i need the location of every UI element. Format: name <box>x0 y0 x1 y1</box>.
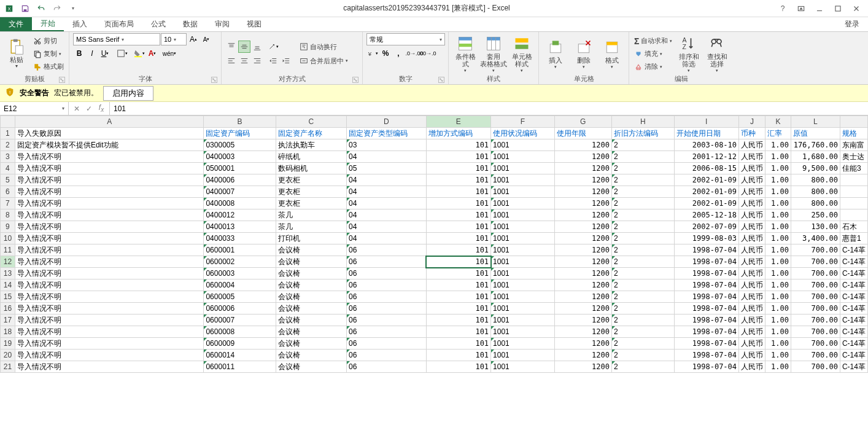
cell[interactable]: 04 <box>347 151 427 163</box>
header-cell[interactable]: 导入失败原因 <box>15 128 204 139</box>
cell[interactable]: 2006-08-15 <box>674 163 739 174</box>
tab-file[interactable]: 文件 <box>0 17 32 31</box>
cell[interactable]: 700.00 <box>791 244 840 256</box>
cell[interactable]: 人民币 <box>739 326 765 338</box>
cell[interactable]: 1200 <box>554 174 611 186</box>
cell[interactable]: 1001 <box>491 233 555 244</box>
login-link[interactable]: 登录 <box>836 17 868 31</box>
cell[interactable]: 1.00 <box>765 279 791 291</box>
cell[interactable]: 101 <box>426 233 491 244</box>
tab-review[interactable]: 审阅 <box>206 17 238 31</box>
cell[interactable]: 2 <box>611 139 674 151</box>
border-button[interactable]: ▾ <box>116 47 128 60</box>
tab-data[interactable]: 数据 <box>174 17 206 31</box>
cell[interactable]: C-14革 <box>840 315 867 326</box>
cell[interactable]: 2002-01-09 <box>674 198 739 209</box>
cell[interactable]: 更衣柜 <box>276 174 346 186</box>
cell[interactable]: 1200 <box>554 315 611 326</box>
cell[interactable]: 导入情况不明 <box>15 291 204 303</box>
cell[interactable]: 101 <box>426 326 491 338</box>
header-cell[interactable]: 开始使用日期 <box>674 128 739 139</box>
cell[interactable]: 0600005 <box>204 291 276 303</box>
cell[interactable]: 700.00 <box>791 350 840 361</box>
cell[interactable]: 1200 <box>554 221 611 233</box>
cell[interactable]: 1998-07-04 <box>674 291 739 303</box>
italic-button[interactable]: I <box>86 47 98 60</box>
cell[interactable]: 导入情况不明 <box>15 350 204 361</box>
tab-home[interactable]: 开始 <box>32 17 64 31</box>
increase-indent-icon[interactable] <box>280 55 292 67</box>
row-header[interactable]: 6 <box>1 186 15 198</box>
header-cell[interactable]: 固定资产编码 <box>204 128 276 139</box>
cell[interactable]: 0600008 <box>204 326 276 338</box>
row-header[interactable]: 10 <box>1 233 15 244</box>
col-header[interactable]: D <box>347 116 427 128</box>
align-middle-icon[interactable] <box>238 41 250 53</box>
cell[interactable]: 3,400.00 <box>791 233 840 244</box>
col-header[interactable]: B <box>204 116 276 128</box>
cell[interactable]: 700.00 <box>791 326 840 338</box>
cell[interactable]: 会议椅 <box>276 303 346 315</box>
name-box[interactable]: E12▾ <box>0 102 69 115</box>
cell[interactable]: 2 <box>611 291 674 303</box>
cell[interactable]: 会议椅 <box>276 326 346 338</box>
cell[interactable]: 1.00 <box>765 209 791 221</box>
cell[interactable]: C-14革 <box>840 350 867 361</box>
cell[interactable]: 人民币 <box>739 268 765 279</box>
cell[interactable]: 人民币 <box>739 209 765 221</box>
save-icon[interactable] <box>18 2 32 15</box>
cell[interactable]: 导入情况不明 <box>15 198 204 209</box>
decrease-font-icon[interactable]: A▾ <box>200 33 212 45</box>
cell[interactable]: 1001 <box>491 350 555 361</box>
cell[interactable]: 2 <box>611 268 674 279</box>
cell[interactable]: 1.00 <box>765 315 791 326</box>
cell[interactable]: 1001 <box>491 151 555 163</box>
cell[interactable]: 2003-08-10 <box>674 139 739 151</box>
cell[interactable]: 2 <box>611 361 674 373</box>
align-top-icon[interactable] <box>225 41 238 53</box>
cell[interactable]: 导入情况不明 <box>15 303 204 315</box>
cell[interactable]: 1200 <box>554 244 611 256</box>
row-header[interactable]: 9 <box>1 221 15 233</box>
col-header[interactable]: C <box>276 116 346 128</box>
cell[interactable]: 2 <box>611 233 674 244</box>
row-header[interactable]: 7 <box>1 198 15 209</box>
cell[interactable]: 佳能3 <box>840 163 867 174</box>
cell[interactable]: 1.00 <box>765 163 791 174</box>
bold-button[interactable]: B <box>73 47 85 60</box>
cell[interactable]: 导入情况不明 <box>15 279 204 291</box>
cell[interactable]: 101 <box>426 315 491 326</box>
cell[interactable]: 04 <box>347 209 427 221</box>
cell[interactable]: 176,760.00 <box>791 139 840 151</box>
cell[interactable]: 06 <box>347 244 427 256</box>
format-cells-button[interactable]: 格式▾ <box>599 34 625 74</box>
row-header[interactable]: 17 <box>1 315 15 326</box>
row-header[interactable]: 20 <box>1 350 15 361</box>
cell[interactable]: 1998-07-04 <box>674 361 739 373</box>
cell[interactable]: C-14革 <box>840 279 867 291</box>
cell[interactable]: 惠普1 <box>840 233 867 244</box>
cell[interactable]: 700.00 <box>791 268 840 279</box>
cell[interactable]: 人民币 <box>739 256 765 268</box>
cell[interactable]: 1,680.00 <box>791 151 840 163</box>
sort-filter-button[interactable]: AZ排序和筛选▾ <box>676 34 702 74</box>
cell[interactable]: 碎纸机 <box>276 151 346 163</box>
insert-cells-button[interactable]: 插入▾ <box>543 34 568 74</box>
cell[interactable]: 人民币 <box>739 221 765 233</box>
row-header[interactable]: 2 <box>1 139 15 151</box>
header-cell[interactable]: 使用状况编码 <box>491 128 555 139</box>
cell[interactable]: 1200 <box>554 186 611 198</box>
redo-icon[interactable] <box>50 2 64 15</box>
cell[interactable]: 101 <box>426 174 491 186</box>
cell[interactable]: 1998-07-04 <box>674 338 739 350</box>
cell[interactable]: 1001 <box>491 209 555 221</box>
cell[interactable]: 1001 <box>491 221 555 233</box>
cell[interactable] <box>840 186 867 198</box>
cell[interactable]: C-14革 <box>840 361 867 373</box>
cell[interactable]: 2002-01-09 <box>674 174 739 186</box>
cell[interactable]: 1.00 <box>765 174 791 186</box>
cell[interactable]: 06 <box>347 326 427 338</box>
row-header[interactable]: 1 <box>1 128 15 139</box>
cell[interactable]: 导入情况不明 <box>15 233 204 244</box>
cell[interactable]: 会议椅 <box>276 279 346 291</box>
